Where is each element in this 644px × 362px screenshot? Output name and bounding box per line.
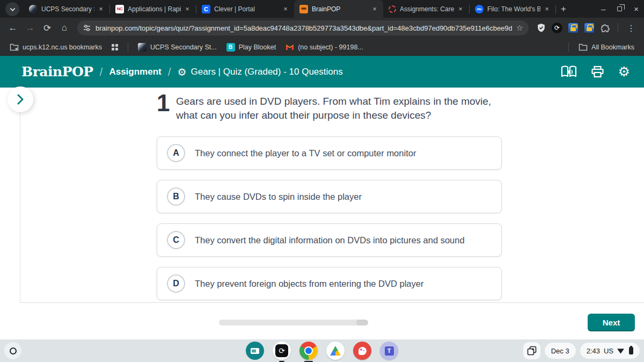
wifi-icon [617,348,624,354]
blooket-favicon-icon: B [226,43,235,52]
bookmarks-divider [568,42,569,52]
screen-capture-button[interactable] [523,342,540,359]
close-icon[interactable]: × [183,5,192,13]
answer-option-d[interactable]: D They prevent foreign objects from ente… [157,267,502,300]
tab-clever[interactable]: C Clever | Portal × [196,0,294,18]
option-letter-badge: A [167,144,185,162]
sidebar-border [20,88,20,302]
option-text: They prevent foreign objects from enteri… [195,279,423,289]
bookmarks-divider [128,42,128,52]
securly-extension-icon[interactable]: ⟳ [550,21,564,35]
status-tray-pill[interactable]: 2:43 US [580,343,640,359]
window-close-button[interactable]: × [634,5,639,13]
chromeos-browser-window: UCPS Secondary Start × NC Applications |… [0,0,644,362]
restore-button[interactable] [617,6,622,11]
tab-rapididentity[interactable]: NC Applications | RapidIde × [110,0,196,18]
clever-favicon-icon: C [202,5,210,13]
bookmarks-bar: ucps.k12.nc.us bookmarks UCPS Secondary … [0,38,644,56]
close-icon[interactable]: × [97,5,105,13]
dashed-circle-favicon-icon [389,5,396,13]
chevron-down-icon [10,6,15,11]
extensions-puzzle-icon[interactable] [598,21,612,35]
wallet-app-icon[interactable] [246,342,264,360]
option-text: They connect the player to a TV set or c… [195,148,416,158]
answer-option-a[interactable]: A They connect the player to a TV set or… [157,136,502,170]
gmail-icon [286,44,294,50]
tab-strip: UCPS Secondary Start × NC Applications |… [0,0,644,18]
bookmark-label: Play Blooket [239,44,276,51]
site-info-icon[interactable] [83,24,91,32]
next-button[interactable]: Next [588,314,635,331]
apps-grid-button[interactable] [108,42,121,52]
tab-title: Applications | RapidIde [128,5,181,13]
chevron-right-icon [17,94,24,105]
settings-gear-icon[interactable]: ⚙ [618,65,630,78]
screen-capture-icon [527,346,537,356]
folder-gear-icon [10,44,19,51]
chromeos-shelf: ⟳ T Dec 3 2:43 [0,339,644,362]
breadcrumb-assignment[interactable]: Assignment [109,67,161,77]
managed-bookmarks-folder[interactable]: ucps.k12.nc.us bookmarks [6,42,105,53]
chrome-canvas-app-icon[interactable] [353,342,371,360]
tab-ucps-secondary[interactable]: UCPS Secondary Start × [24,0,109,18]
bookmark-label: (no subject) - 99198... [298,44,363,51]
all-bookmarks-label: All Bookmarks [591,44,634,51]
all-bookmarks-button[interactable]: All Bookmarks [575,42,638,53]
securly-app-icon[interactable]: ⟳ [273,342,291,360]
brainpop-logo[interactable]: BrainPOP [21,64,93,79]
tab-filo[interactable]: filo Filo: The World's Best S × [470,0,555,18]
palette-icon [358,347,367,355]
window-controls: – × [601,0,639,18]
answer-option-b[interactable]: B They cause DVDs to spin inside the pla… [157,180,502,213]
forward-button[interactable]: → [23,20,38,35]
option-text: They cause DVDs to spin inside the playe… [195,192,362,202]
url-text[interactable]: brainpop.com/topic/gears/quiz/?assignmen… [96,24,512,32]
lock-extension-icon[interactable] [566,21,580,35]
bookmark-ucps-secondary[interactable]: UCPS Secondary St... [135,41,220,53]
tab-search-button[interactable] [5,2,19,16]
question-text: Gears are used in DVD players. From what… [176,95,504,122]
brainpop-header: BrainPOP / Assignment / ⚙ Gears | Quiz (… [0,56,644,88]
shelf-time: 2:43 [587,347,600,355]
sidebar-expand-button[interactable] [8,86,33,112]
back-button[interactable]: ← [5,20,20,35]
read-aloud-icon[interactable] [561,66,577,78]
bookmark-star-icon[interactable]: ☆ [516,23,523,33]
tab-assignments-career[interactable]: Assignments: Career E × [383,0,469,18]
option-letter-badge: B [167,187,185,206]
address-bar[interactable]: brainpop.com/topic/gears/quiz/?assignmen… [77,20,529,35]
shield-check-extension-icon[interactable] [534,21,548,35]
close-icon[interactable]: × [456,5,465,13]
home-button[interactable]: ⌂ [57,20,72,35]
new-tab-button[interactable]: + [556,2,571,17]
ucps-favicon-icon [138,43,147,52]
gear-icon: ⚙ [178,66,187,78]
launcher-button[interactable] [4,342,21,359]
browser-menu-button[interactable]: ⋮ [624,20,639,35]
print-icon[interactable] [591,66,604,78]
folder-icon [579,44,588,51]
toolbar-divider [618,23,618,33]
shelf-region: US [604,347,613,355]
date-pill[interactable]: Dec 3 [545,343,576,359]
browser-toolbar: ← → ⟳ ⌂ brainpop.com/topic/gears/quiz/?a… [0,18,644,38]
minimize-button[interactable]: – [601,5,605,13]
google-drive-app-icon[interactable] [326,342,345,360]
close-icon[interactable]: × [543,5,551,13]
launcher-icon [10,347,17,354]
quiz-progress-bar[interactable] [219,320,368,325]
breadcrumb-separator: / [100,66,103,78]
close-icon[interactable]: × [281,5,290,13]
close-icon[interactable]: × [370,5,379,13]
tab-brainpop-active[interactable]: BrainPOP × [294,0,383,18]
reload-button[interactable]: ⟳ [40,20,55,35]
chrome-app-icon[interactable] [299,342,318,360]
bookmark-gmail-no-subject[interactable]: (no subject) - 99198... [282,42,367,53]
quiz-page-title: Gears | Quiz (Graded) - 10 Questions [191,67,343,77]
answer-option-c[interactable]: C They convert the digital information o… [157,223,502,257]
lock-extension-icon-2[interactable] [582,21,596,35]
bookmark-play-blooket[interactable]: B Play Blooket [223,41,279,53]
header-actions: ⚙ [561,65,630,78]
ms-teams-app-icon[interactable]: T [380,342,398,360]
progress-thumb[interactable] [356,320,368,325]
